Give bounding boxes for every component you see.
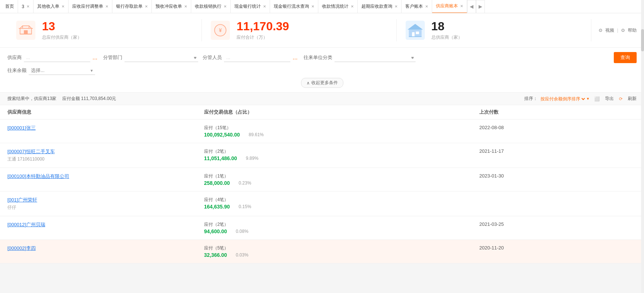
person-more-icon[interactable]: ... [293, 54, 297, 61]
last-pay-date: 2021-11-17 [479, 148, 504, 154]
scrollbar-track[interactable] [641, 0, 644, 263]
help-link[interactable]: 帮助 [628, 27, 637, 34]
card2-content: 11,170.39 应付合计（万） [237, 20, 289, 41]
nav-tab-collection-stat[interactable]: 收款情况统计 ✕ [318, 0, 358, 13]
collapse-button[interactable]: ∧ 收起更多条件 [301, 78, 343, 88]
table-row: [000007]恒旺二手叉车 王通 17106110000 应付（2笔） 11,… [0, 143, 644, 168]
sort-control: 排序： 按应付余额倒序排序 ▾ [524, 96, 589, 102]
supplier-cell: [000100]本特勤油品有限公司 [7, 173, 204, 180]
supplier-filter-label: 供应商 [7, 54, 22, 61]
last-pay-cell: 2023-01-30 [479, 173, 637, 179]
nav-tab-overdue[interactable]: 超期应收款查询 ✕ [358, 0, 402, 13]
transaction-cell: 应付（1笔） 258,000.00 0.23% [204, 173, 479, 186]
result-bar: 搜索结果中，供应商13家 应付金额 111,703,854.00元 排序： 按应… [0, 93, 644, 105]
close-icon[interactable]: ✕ [145, 4, 148, 8]
trans-percent: 0.15% [239, 204, 251, 209]
nav-tab-cash-bank-stat[interactable]: 现金银行统计 ✕ [231, 0, 270, 13]
table-row: [000001]张三 应付（15笔） 100,092,540.00 89.61%… [0, 120, 644, 143]
header-supplier: 供应商信息 [7, 109, 204, 116]
close-icon[interactable]: ✕ [460, 4, 463, 8]
dept-select[interactable] [125, 53, 198, 62]
nav-tab-3[interactable]: 3 ✕ [18, 0, 34, 13]
nav-tab-collection[interactable]: 收款核销执行 ✕ [191, 0, 231, 13]
supplier-name-link[interactable]: [000002]李四 [7, 245, 204, 252]
balance-select-wrap: ▾ [29, 66, 95, 75]
nav-tab-home[interactable]: 首页 [1, 0, 18, 13]
table-row: [000100]本特勤油品有限公司 应付（1笔） 258,000.00 0.23… [0, 168, 644, 192]
query-button[interactable]: 查询 [614, 52, 637, 63]
close-icon[interactable]: ✕ [62, 4, 64, 8]
supplier-cell: [000001]张三 [7, 125, 204, 131]
header-transaction: 应付交易信息（占比） [204, 109, 479, 116]
trans-amount[interactable]: 100,092,540.00 [204, 132, 240, 138]
scrollbar-thumb[interactable] [641, 29, 644, 51]
nav-tab-supplier-ledger[interactable]: 供应商账本 ✕ [432, 0, 467, 13]
close-icon[interactable]: ✕ [27, 4, 29, 8]
unit-type-select[interactable] [335, 53, 416, 62]
table-body: [000001]张三 应付（15笔） 100,092,540.00 89.61%… [0, 120, 644, 263]
supplier-name-link[interactable]: [001]广州荣轩 [7, 197, 204, 203]
trans-amount[interactable]: 94,600.00 [204, 228, 227, 234]
close-icon[interactable]: ✕ [311, 4, 314, 8]
trans-amount[interactable]: 32,366.00 [204, 252, 227, 258]
nav-tab-prepay[interactable]: 预收冲应收单 ✕ [152, 0, 191, 13]
supplier-contact: 仔仔 [7, 204, 204, 211]
svg-rect-7 [412, 32, 414, 37]
card2-number: 11,170.39 [237, 20, 289, 33]
card3-content: 18 总供应商（家） [431, 20, 462, 41]
export-button[interactable]: 导出 [605, 96, 614, 102]
trans-label: 应付（4笔） [204, 197, 479, 203]
last-pay-cell: 2020-11-20 [479, 245, 637, 251]
nav-prev-arrow[interactable]: ◀ [467, 0, 476, 13]
transaction-cell: 应付（5笔） 32,366.00 0.03% [204, 245, 479, 258]
supplier-cell: [001]广州荣轩 仔仔 [7, 197, 204, 211]
trans-amount[interactable]: 11,051,486.00 [204, 155, 237, 161]
trans-amount[interactable]: 258,000.00 [204, 180, 230, 186]
last-pay-date: 2020-11-20 [479, 245, 504, 251]
trans-percent: 89.61% [249, 132, 264, 137]
supplier-name-link[interactable]: [000100]本特勤油品有限公司 [7, 173, 204, 180]
trans-amount[interactable]: 164,635.90 [204, 204, 230, 210]
last-pay-cell: 2021-03-25 [479, 221, 637, 227]
balance-select[interactable] [29, 66, 95, 75]
last-pay-date: 2023-01-30 [479, 173, 504, 179]
supplier-more-icon[interactable]: ... [92, 54, 97, 61]
card2-label: 应付合计（万） [237, 34, 289, 41]
nav-tab-other-income[interactable]: 其他收入单 ✕ [34, 0, 69, 13]
nav-tab-ar-ap-adjust[interactable]: 应收应付调整单 ✕ [69, 0, 112, 13]
trans-percent: 0.03% [236, 252, 248, 258]
trans-percent: 0.08% [236, 229, 248, 234]
close-icon[interactable]: ✕ [184, 4, 187, 8]
supplier-name-link[interactable]: [000007]恒旺二手叉车 [7, 148, 204, 155]
filter-dept: 分管部门 ▾ [103, 53, 197, 62]
close-icon[interactable]: ✕ [351, 4, 354, 8]
supplier-input[interactable] [24, 53, 90, 62]
balance-label: 往来余额 [7, 67, 27, 74]
video-link[interactable]: 视频 [605, 27, 614, 34]
trans-label: 应付（1笔） [204, 173, 479, 179]
close-icon[interactable]: ✕ [425, 4, 428, 8]
card1-number: 13 [42, 20, 82, 33]
nav-tab-customer-ledger[interactable]: 客户账本 ✕ [402, 0, 432, 13]
unit-type-label: 往来单位分类 [304, 54, 332, 61]
help-icon: ⊙ [621, 28, 625, 33]
table-row: [001]广州荣轩 仔仔 应付（4笔） 164,635.90 0.15% [0, 192, 644, 216]
card3-number: 18 [431, 20, 462, 33]
header-last-pay: 上次付数 [479, 109, 637, 116]
nav-tab-bank-deposit[interactable]: 银行存取款单 ✕ [112, 0, 152, 13]
close-icon[interactable]: ✕ [105, 4, 108, 8]
nav-next-arrow[interactable]: ▶ [476, 0, 485, 13]
filter-person: 分管人员 ... [203, 53, 297, 62]
supplier-name-link[interactable]: [000001]张三 [7, 125, 204, 131]
summary-card-amount: ¥ 11,170.39 应付合计（万） [202, 19, 396, 41]
close-icon[interactable]: ✕ [263, 4, 266, 8]
supplier-name-link[interactable]: [000012]广州贝瑞 [7, 221, 204, 228]
filter-row-1: 供应商 ... 分管部门 ▾ 分管人员 ... 往来单位分类 ▾ 查询 [7, 52, 637, 63]
nav-tab-cash-flow[interactable]: 现金银行流水查询 ✕ [270, 0, 318, 13]
refresh-button[interactable]: 刷新 [628, 96, 637, 102]
close-icon[interactable]: ✕ [224, 4, 227, 8]
refresh-icon: ⟳ [619, 96, 623, 101]
sort-select[interactable]: 按应付余额倒序排序 [539, 96, 586, 102]
person-input[interactable] [224, 53, 290, 62]
close-icon[interactable]: ✕ [395, 4, 398, 8]
